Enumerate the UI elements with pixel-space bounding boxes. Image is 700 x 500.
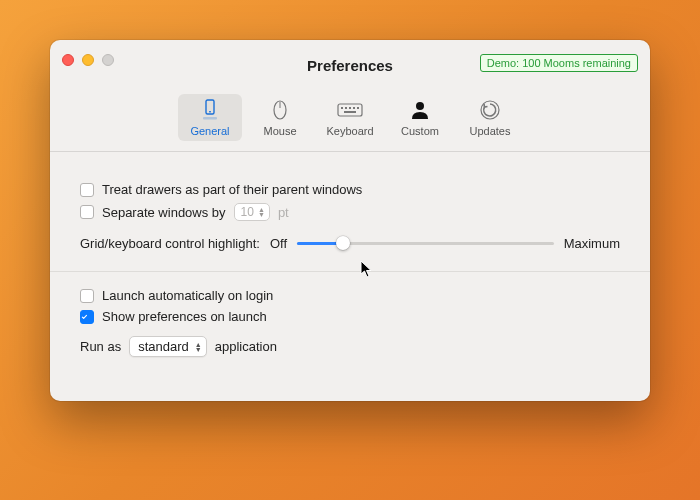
label-separate-windows: Separate windows by [102, 205, 226, 220]
tab-custom[interactable]: Custom [388, 94, 452, 141]
tab-label: Mouse [263, 125, 296, 137]
minimize-button[interactable] [82, 54, 94, 66]
label-show-prefs: Show preferences on launch [102, 309, 267, 324]
section-windows: Treat drawers as part of their parent wi… [80, 170, 620, 267]
tab-general[interactable]: General [178, 94, 242, 141]
svg-rect-6 [341, 107, 343, 109]
select-value: standard [138, 339, 189, 354]
svg-rect-2 [203, 117, 217, 120]
tab-updates[interactable]: Updates [458, 94, 522, 141]
label-maximum: Maximum [564, 236, 620, 251]
separate-windows-stepper[interactable]: 10 ▲▼ [234, 203, 270, 221]
svg-rect-7 [345, 107, 347, 109]
svg-rect-8 [349, 107, 351, 109]
close-button[interactable] [62, 54, 74, 66]
demo-badge: Demo: 100 Mooms remaining [480, 54, 638, 72]
keyboard-icon [336, 98, 364, 122]
label-highlight: Grid/keyboard control highlight: [80, 236, 260, 251]
traffic-lights [62, 54, 114, 66]
label-run-as-post: application [215, 339, 277, 354]
label-pt: pt [278, 205, 289, 220]
mouse-icon [266, 98, 294, 122]
tab-label: General [190, 125, 229, 137]
checkbox-launch-login[interactable] [80, 289, 94, 303]
label-run-as-pre: Run as [80, 339, 121, 354]
svg-rect-5 [338, 104, 362, 116]
label-launch-login: Launch automatically on login [102, 288, 273, 303]
section-launch: Launch automatically on login Show prefe… [80, 276, 620, 379]
highlight-slider[interactable] [297, 235, 554, 251]
window-title: Preferences [307, 57, 393, 74]
person-icon [406, 98, 434, 122]
tab-label: Custom [401, 125, 439, 137]
tab-label: Updates [470, 125, 511, 137]
svg-rect-11 [344, 111, 356, 113]
zoom-button [102, 54, 114, 66]
refresh-icon [476, 98, 504, 122]
content-general: Treat drawers as part of their parent wi… [50, 152, 650, 401]
stepper-arrows-icon: ▲▼ [258, 207, 265, 217]
preferences-window: Preferences Demo: 100 Mooms remaining Ge… [50, 40, 650, 401]
tab-mouse[interactable]: Mouse [248, 94, 312, 141]
checkbox-treat-drawers[interactable] [80, 183, 94, 197]
titlebar: Preferences Demo: 100 Mooms remaining [50, 40, 650, 90]
svg-point-12 [416, 102, 424, 110]
label-off: Off [270, 236, 287, 251]
divider [50, 271, 650, 272]
tab-keyboard[interactable]: Keyboard [318, 94, 382, 141]
toolbar-tabs: General Mouse Keyboard Custom Updates [50, 90, 650, 152]
checkbox-show-prefs[interactable] [80, 310, 94, 324]
label-treat-drawers: Treat drawers as part of their parent wi… [102, 182, 362, 197]
checkbox-separate-windows[interactable] [80, 205, 94, 219]
stepper-value: 10 [241, 205, 254, 219]
slider-thumb[interactable] [336, 236, 350, 250]
svg-rect-1 [209, 111, 211, 113]
run-as-select[interactable]: standard ▲▼ [129, 336, 207, 357]
tab-label: Keyboard [326, 125, 373, 137]
chevron-updown-icon: ▲▼ [195, 342, 202, 352]
general-icon [196, 98, 224, 122]
svg-rect-10 [357, 107, 359, 109]
svg-rect-9 [353, 107, 355, 109]
